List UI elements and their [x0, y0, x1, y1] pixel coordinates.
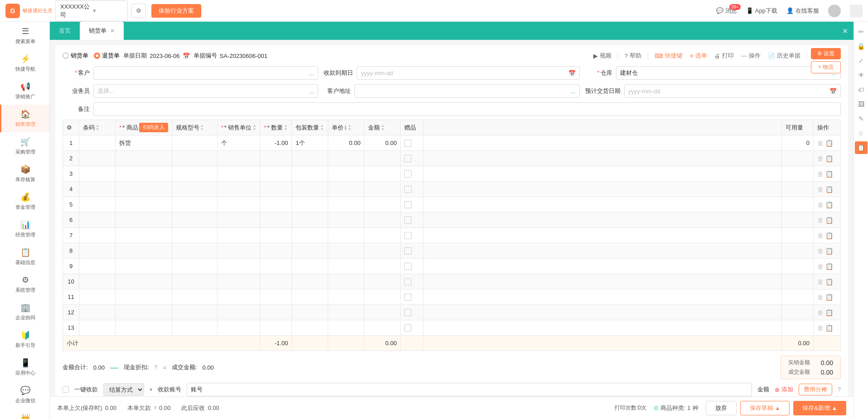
- customer-input[interactable]: ...: [93, 66, 318, 80]
- tab-home[interactable]: 首页: [50, 22, 80, 40]
- account-input[interactable]: 账号: [187, 383, 752, 396]
- copy-icon[interactable]: 📋: [825, 324, 833, 332]
- row-unit[interactable]: 个: [217, 135, 260, 151]
- row-product[interactable]: [116, 197, 172, 212]
- row-barcode[interactable]: [79, 228, 116, 243]
- customer-dots-icon[interactable]: ...: [309, 70, 314, 77]
- gift-checkbox[interactable]: [404, 278, 412, 285]
- settings-icon[interactable]: ⚙: [131, 4, 146, 18]
- sidebar-item-system-mgmt[interactable]: ⚙ 系统管理: [0, 270, 49, 298]
- row-pkgqty[interactable]: [292, 320, 328, 336]
- settings-button[interactable]: ⚙ 设置: [811, 48, 841, 59]
- sidebar-item-guide[interactable]: 🔰 新手引导: [0, 326, 49, 353]
- row-qty[interactable]: [260, 197, 292, 212]
- sidebar-item-quick-nav[interactable]: ⚡ 快捷导航: [0, 49, 49, 77]
- row-product[interactable]: [116, 212, 172, 228]
- qty-sort[interactable]: * * 数量 ▲▼: [264, 124, 287, 132]
- row-product[interactable]: [116, 151, 172, 166]
- delete-icon[interactable]: 🗑: [817, 170, 824, 178]
- delete-icon[interactable]: 🗑: [817, 247, 824, 255]
- row-product[interactable]: [116, 320, 172, 336]
- row-unit[interactable]: [217, 166, 260, 182]
- row-spec[interactable]: [172, 212, 217, 228]
- row-qty[interactable]: [260, 274, 292, 289]
- row-qty[interactable]: -1.00: [260, 135, 292, 151]
- customer-addr-input[interactable]: ...: [354, 84, 579, 98]
- delete-icon[interactable]: 🗑: [817, 324, 824, 332]
- sidebar-item-marketing[interactable]: 📢 营销推广: [0, 77, 49, 105]
- quick-pay-checkbox[interactable]: [63, 386, 69, 393]
- row-pkgqty[interactable]: [292, 289, 328, 305]
- gift-checkbox[interactable]: [404, 324, 412, 332]
- row-price[interactable]: [328, 212, 364, 228]
- sidebar-item-membership[interactable]: 👑 畅会员: [0, 409, 49, 419]
- row-product[interactable]: [116, 274, 172, 289]
- scan-button[interactable]: 扫码录入: [139, 123, 168, 132]
- row-amount[interactable]: [364, 197, 401, 212]
- row-product[interactable]: [116, 166, 172, 182]
- row-price[interactable]: [328, 151, 364, 166]
- row-price[interactable]: [328, 182, 364, 197]
- row-amount[interactable]: [364, 212, 401, 228]
- spec-sort[interactable]: 规格型号 ▲▼: [176, 124, 204, 132]
- gift-checkbox[interactable]: [404, 155, 412, 162]
- row-qty[interactable]: [260, 228, 292, 243]
- row-spec[interactable]: [172, 197, 217, 212]
- row-barcode[interactable]: [79, 151, 116, 166]
- notes-input[interactable]: [93, 102, 841, 116]
- row-spec[interactable]: [172, 320, 217, 336]
- addr-dots-icon[interactable]: ...: [571, 88, 576, 95]
- row-amount[interactable]: 0.00: [364, 135, 401, 151]
- row-gift[interactable]: [401, 243, 423, 259]
- row-price[interactable]: 0.00: [328, 135, 364, 151]
- delete-icon[interactable]: 🗑: [817, 140, 824, 147]
- copy-icon[interactable]: 📋: [825, 201, 833, 208]
- copy-icon[interactable]: 📋: [825, 217, 833, 224]
- row-price[interactable]: [328, 274, 364, 289]
- history-btn[interactable]: 📄 历史单据: [765, 51, 803, 61]
- row-unit[interactable]: [217, 274, 260, 289]
- row-unit[interactable]: [217, 228, 260, 243]
- row-qty[interactable]: [260, 212, 292, 228]
- sidebar-item-enterprise-wechat[interactable]: 💬 企业微信: [0, 381, 49, 409]
- sidebar-item-operations[interactable]: 📊 经营管理: [0, 215, 49, 243]
- rs-check-icon[interactable]: ✓: [855, 54, 868, 67]
- row-amount[interactable]: [364, 166, 401, 182]
- delete-icon[interactable]: 🗑: [817, 278, 824, 285]
- copy-icon[interactable]: 📋: [825, 294, 833, 301]
- row-pkgqty[interactable]: [292, 274, 328, 289]
- copy-icon[interactable]: 📋: [825, 309, 833, 316]
- due-date-input[interactable]: yyyy-mm-dd 📅: [357, 66, 579, 80]
- row-price[interactable]: [328, 197, 364, 212]
- row-product[interactable]: 拆货: [116, 135, 172, 151]
- print-btn[interactable]: 🖨 打印: [712, 51, 737, 61]
- copy-icon[interactable]: 📋: [825, 155, 833, 162]
- sidebar-item-enterprise[interactable]: 🏢 企业协同: [0, 298, 49, 326]
- gift-checkbox[interactable]: [404, 247, 412, 255]
- row-amount[interactable]: [364, 274, 401, 289]
- delete-icon[interactable]: 🗑: [817, 186, 824, 193]
- row-unit[interactable]: [217, 289, 260, 305]
- rs-action-icon[interactable]: 📋: [855, 141, 868, 154]
- row-spec[interactable]: [172, 274, 217, 289]
- payment-method-select[interactable]: 结算方式: [103, 383, 144, 396]
- delivery-calendar-icon[interactable]: 📅: [829, 88, 837, 95]
- row-gift[interactable]: [401, 151, 423, 166]
- row-gift[interactable]: [401, 259, 423, 274]
- warehouse-input[interactable]: 建材仓 ...: [616, 66, 841, 80]
- row-amount[interactable]: [364, 320, 401, 336]
- row-gift[interactable]: [401, 135, 423, 151]
- row-spec[interactable]: [172, 166, 217, 182]
- row-price[interactable]: [328, 166, 364, 182]
- row-gift[interactable]: [401, 166, 423, 182]
- row-amount[interactable]: [364, 228, 401, 243]
- row-barcode[interactable]: [79, 289, 116, 305]
- row-unit[interactable]: [217, 320, 260, 336]
- row-gift[interactable]: [401, 212, 423, 228]
- calendar-icon[interactable]: 📅: [183, 53, 190, 59]
- row-barcode[interactable]: [79, 243, 116, 259]
- row-pkgqty[interactable]: [292, 228, 328, 243]
- row-product[interactable]: [116, 305, 172, 320]
- row-gift[interactable]: [401, 182, 423, 197]
- ops-btn[interactable]: ⋯ 操作: [738, 51, 763, 61]
